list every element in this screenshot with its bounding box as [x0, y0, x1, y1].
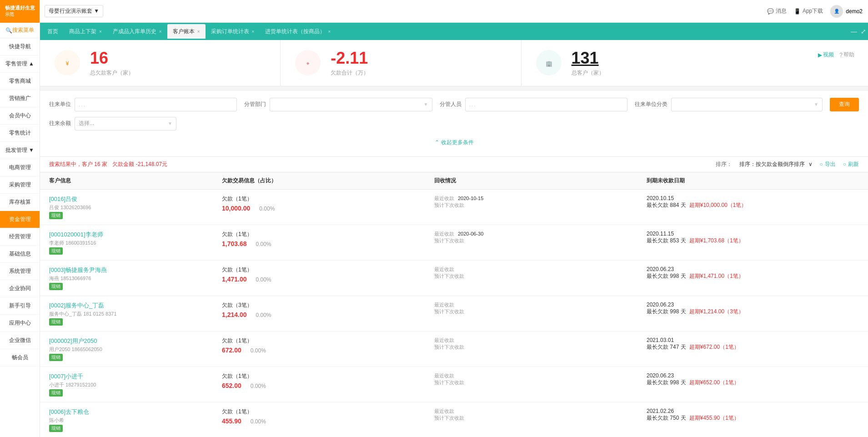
- logo-text: 畅捷通好生意: [5, 5, 35, 11]
- sidebar-item-quick-nav[interactable]: 快捷导航: [0, 38, 40, 55]
- customer-name-5[interactable]: [0007]小进千: [49, 372, 222, 381]
- dept-input[interactable]: ▼: [270, 98, 432, 111]
- inventory-label: 库存核算: [9, 199, 31, 205]
- overdue-link-4[interactable]: 超期¥672.00（1笔）: [689, 344, 739, 350]
- sidebar-item-purchase[interactable]: 采购管理: [0, 176, 40, 194]
- recovery-info-6: 最近收款 预计下次收款: [434, 408, 647, 422]
- sidebar-item-basic-info[interactable]: 基础信息: [0, 246, 40, 263]
- quick-nav-label: 快捷导航: [9, 43, 31, 50]
- balance-placeholder: 选择...: [79, 120, 94, 127]
- app-download-btn[interactable]: 📱 App下载: [794, 7, 823, 15]
- overdue-link-5[interactable]: 超期¥652.00（1笔）: [689, 379, 739, 386]
- overdue-days-2: 最长欠款 998 天: [647, 273, 686, 279]
- recovery-next-6: 预计下次收款: [434, 415, 647, 422]
- table-row: [0016]吕俊 吕俊 13026203696 现销 欠款（1笔） 10,000…: [40, 190, 868, 225]
- overdue-link-2[interactable]: 超期¥1,471.00（1笔）: [689, 273, 744, 279]
- sidebar-item-wechat[interactable]: 企业微信: [0, 332, 40, 349]
- debt-amount-0: 10,000.00: [222, 205, 250, 212]
- sidebar-item-finance[interactable]: 资金管理: [0, 211, 40, 228]
- tab-customer-account-label: 客户账本: [173, 28, 195, 35]
- debt-row-0: 10,000.00 0.00%: [222, 205, 434, 212]
- tab-production-history[interactable]: 产成品入库单历史 ×: [107, 24, 167, 39]
- table-header: 客户信息 欠款交易信息（占比） 回收情况 到期未收款日期: [40, 172, 868, 190]
- wechat-label: 企业微信: [9, 337, 31, 343]
- sidebar-item-retail-store[interactable]: 零售商城: [0, 73, 40, 90]
- sidebar-item-ops[interactable]: 经营管理: [0, 228, 40, 246]
- collapse-btn[interactable]: ⌃ 收起更多条件: [49, 136, 859, 149]
- recovery-info-4: 最近收款 预计下次收款: [434, 337, 647, 351]
- customer-name-0[interactable]: [0016]吕俊: [49, 195, 222, 203]
- debt-amount-2: 1,471.00: [222, 276, 247, 283]
- customer-name-4[interactable]: [000002]用户2050: [49, 337, 222, 345]
- sidebar-item-newbie[interactable]: 新手引导: [0, 297, 40, 315]
- balance-select[interactable]: 选择... ▼: [75, 117, 176, 131]
- sidebar-item-member[interactable]: 会员中心: [0, 107, 40, 125]
- sort-select[interactable]: 排序：按欠款金额倒序排序 ∨: [739, 161, 813, 168]
- debt-count-3: 欠款（3笔）: [222, 301, 434, 309]
- due-date-1: 2020.11.15: [647, 231, 859, 237]
- tab-minimize-icon[interactable]: —: [851, 28, 857, 35]
- overdue-info-6: 最长欠款 750 天 超期¥455.90（1笔）: [647, 414, 859, 422]
- tab-purchase-order-close[interactable]: ×: [252, 29, 255, 34]
- filter-manager: 分管人员 ...: [440, 98, 627, 111]
- overdue-link-6[interactable]: 超期¥455.90（1笔）: [689, 415, 739, 421]
- unit-category-input[interactable]: ▼: [671, 98, 823, 111]
- sidebar-item-sys[interactable]: 系统管理: [0, 263, 40, 280]
- tab-production-history-close[interactable]: ×: [159, 29, 162, 34]
- overdue-link-0[interactable]: 超期¥10,000.00（1笔）: [689, 202, 747, 208]
- customer-tag-0: 现销: [49, 212, 63, 219]
- message-btn[interactable]: 💬 消息: [767, 7, 787, 15]
- recovery-info-0: 最近收款 2020-10-15 预计下次收款: [434, 195, 647, 209]
- logo-sub: 示范: [5, 11, 35, 18]
- sidebar-item-app-center[interactable]: 应用中心: [0, 315, 40, 332]
- sidebar-item-retail-mgmt[interactable]: 零售管理 ▲: [0, 55, 40, 73]
- customer-name-2[interactable]: [0003]畅捷服务尹海燕: [49, 266, 222, 274]
- recovery-next-0: 预计下次收款: [434, 202, 647, 209]
- video-btn[interactable]: ▶ 视频: [818, 51, 834, 59]
- sidebar-item-batch-mgmt[interactable]: 批发管理 ▼: [0, 142, 40, 159]
- sidebar-item-inventory[interactable]: 库存核算: [0, 194, 40, 211]
- user-area[interactable]: 👤 demo2: [830, 5, 863, 18]
- debt-amount-1: 1,703.68: [222, 240, 247, 247]
- debt-info-6: 欠款（1笔） 455.90 0.00%: [222, 408, 434, 427]
- tab-goods-stats[interactable]: 进货单统计表（按商品） ×: [260, 24, 336, 39]
- tab-goods-stats-close[interactable]: ×: [328, 29, 331, 34]
- manager-input[interactable]: ...: [465, 98, 627, 111]
- sidebar-item-ecom[interactable]: 电商管理: [0, 159, 40, 176]
- overdue-link-3[interactable]: 超期¥1,214.00（3笔）: [689, 308, 744, 315]
- search-button[interactable]: 查询: [830, 98, 859, 111]
- result-prefix: 搜索结果中，客户: [49, 161, 93, 167]
- tab-goods-stats-label: 进货单统计表（按商品）: [265, 28, 325, 35]
- customer-name-3[interactable]: [0002]服务中心_丁磊: [49, 301, 222, 310]
- tab-maximize-icon[interactable]: ⤢: [861, 28, 866, 35]
- source-unit-input[interactable]: ...: [75, 98, 237, 111]
- col-header-recovery: 回收情况: [434, 177, 647, 185]
- sidebar-item-vip[interactable]: 畅会员: [0, 349, 40, 367]
- debt-amount-3: 1,214.00: [222, 311, 247, 318]
- sidebar-item-retail-stats[interactable]: 零售统计: [0, 125, 40, 142]
- debt-row-6: 455.90 0.00%: [222, 417, 434, 425]
- search-menu-btn[interactable]: 🔍 搜索菜单: [0, 23, 40, 38]
- customer-name-1[interactable]: [0001020001]李老师: [49, 231, 222, 239]
- tab-home[interactable]: 首页: [42, 24, 64, 39]
- tab-goods-shelf-close[interactable]: ×: [99, 29, 102, 34]
- tab-purchase-order[interactable]: 采购订单统计表 ×: [206, 24, 260, 39]
- refresh-btn[interactable]: ○ 刷新: [843, 161, 859, 168]
- username: demo2: [846, 8, 863, 15]
- export-btn[interactable]: ○ 导出: [820, 161, 836, 168]
- tab-customer-account[interactable]: 客户账本 ×: [167, 24, 206, 39]
- debt-count-6: 欠款（1笔）: [222, 408, 434, 416]
- sidebar-item-marketing[interactable]: 营销推广: [0, 90, 40, 107]
- overdue-link-1[interactable]: 超期¥1,703.68（1笔）: [689, 237, 744, 244]
- tab-customer-account-close[interactable]: ×: [197, 29, 200, 34]
- manager-label: 分管人员: [440, 100, 462, 108]
- sidebar-item-enterprise[interactable]: 企业协同: [0, 280, 40, 297]
- debt-ratio-5: 0.00%: [251, 383, 266, 389]
- filter-dept: 分管部门 ▼: [244, 98, 432, 111]
- finance-label: 资金管理: [9, 216, 31, 222]
- search-menu-label: 搜索菜单: [12, 26, 34, 34]
- industry-select[interactable]: 母婴行业演示账套 ▼: [45, 5, 103, 17]
- customer-name-6[interactable]: [0006]去下粮仓: [49, 408, 222, 416]
- tab-goods-shelf[interactable]: 商品上下架 ×: [64, 24, 107, 39]
- help-btn[interactable]: ? 帮助: [839, 51, 854, 59]
